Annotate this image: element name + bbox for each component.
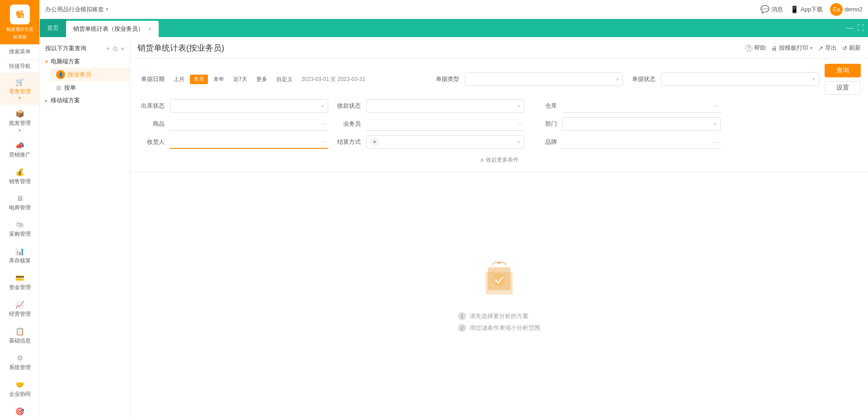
salesperson-dots[interactable]: ··· [517, 120, 523, 128]
filter-row-4: 收货人 ··· 结算方式 × ▾ 品牌 [137, 135, 861, 149]
document-status-select[interactable]: ▾ [661, 72, 819, 86]
account-dropdown[interactable]: 办公用品行业模拟账套 ▾ [45, 5, 108, 14]
salesperson-badge: 👤 [56, 70, 65, 79]
date-btn-last-month[interactable]: 上月 [170, 75, 188, 84]
brand-label: 品牌 [530, 138, 557, 146]
date-btn-more[interactable]: 更多 [253, 75, 271, 84]
tree-mobile-section[interactable]: ▸ 移动端方案 [40, 94, 130, 107]
sidebar-item-newuser[interactable]: 🎯 新手引导 [0, 403, 39, 418]
sidebar-item-purchase[interactable]: 🛍 采购管理 [0, 216, 39, 242]
sales-icon: 💰 [15, 168, 24, 176]
tree-item-order[interactable]: ⊞ 按单 [51, 81, 130, 94]
filter-row-3: 商品 ··· 业务员 ··· 部门 ▾ [137, 117, 861, 131]
help-btn[interactable]: ? 帮助 [745, 44, 766, 52]
help-label: 帮助 [754, 44, 766, 52]
right-content: 销货单统计表(按业务员) ? 帮助 🖨 按模板打印 ▾ ↗ 导出 [130, 37, 868, 418]
tab-home[interactable]: 首页 [40, 19, 66, 37]
settlement-tag: × [370, 138, 379, 146]
outbound-chevron: ▾ [321, 103, 324, 109]
payment-chevron: ▾ [518, 103, 520, 109]
collapse-btn[interactable]: ∧ 收起更多条件 [137, 153, 861, 166]
settings-btn[interactable]: 设置 [825, 81, 861, 95]
step-2-num: 2 [458, 324, 466, 332]
empty-illustration [476, 258, 522, 305]
user-profile[interactable]: Ea demo2 [830, 3, 863, 16]
query-btn[interactable]: 查询 [825, 64, 861, 77]
date-label: 单据日期 [137, 75, 165, 83]
empty-steps: 1 请先选择要分析的方案 2 用过滤条件来缩小分析范围 [458, 312, 540, 332]
sidebar-search[interactable]: 搜索菜单 [0, 44, 39, 60]
department-label: 部门 [530, 120, 557, 128]
sidebar-item-sales[interactable]: 💰 销售管理 [0, 163, 39, 190]
print-btn[interactable]: 🖨 按模板打印 ▾ [771, 44, 813, 52]
collapse-panel-btn[interactable]: « [121, 45, 124, 52]
tabbar: 首页 销货单统计表（按业务员） × — ⛶ [40, 19, 868, 37]
page-header: 销货单统计表(按业务员) ? 帮助 🖨 按模板打印 ▾ ↗ 导出 [130, 37, 868, 58]
sidebar-item-finance[interactable]: 💳 资金管理 [0, 269, 39, 296]
document-status-chevron: ▾ [812, 76, 815, 82]
sidebar-item-inventory[interactable]: 📊 库存核算 [0, 242, 39, 269]
purchase-icon: 🛍 [16, 221, 24, 229]
date-group: 上月 本月 本年 近7天 更多 自定义 2023-03-01 至 2023-03… [170, 75, 427, 84]
print-chevron-icon: ▾ [810, 45, 813, 51]
refresh-icon: ↺ [842, 45, 847, 52]
tree-item-salesperson[interactable]: 👤 按业务员 [51, 68, 130, 81]
department-select[interactable]: ▾ [562, 117, 721, 131]
svg-point-2 [493, 274, 505, 286]
sidebar-item-enterprise[interactable]: 🤝 企业协同 [0, 376, 39, 403]
app-name: 畅捷通好生意 [6, 26, 33, 32]
operations-icon: 📈 [15, 300, 24, 309]
add-scheme-btn[interactable]: + [106, 45, 110, 52]
date-btn-this-year[interactable]: 本年 [210, 75, 228, 84]
product-dots[interactable]: ··· [321, 120, 326, 128]
payment-select[interactable]: ▾ [366, 99, 524, 113]
sidebar-item-wholesale[interactable]: 📦 批发管理 ▴ [0, 105, 39, 137]
date-btn-this-month[interactable]: 本月 [190, 75, 208, 84]
print-label: 按模板打印 [779, 44, 808, 52]
page-header-actions: ? 帮助 🖨 按模板打印 ▾ ↗ 导出 ↺ 刷新 [745, 44, 861, 52]
department-chevron: ▾ [714, 121, 717, 127]
sidebar-quick-nav[interactable]: 快捷导航 [0, 60, 39, 73]
phone-icon: 📱 [790, 5, 799, 14]
settlement-select[interactable]: × ▾ [366, 135, 524, 149]
sidebar-item-marketing[interactable]: 📣 营销推广 [0, 137, 39, 163]
order-label: 按单 [64, 84, 76, 92]
date-btn-custom[interactable]: 自定义 [273, 75, 296, 84]
avatar: Ea [830, 3, 843, 16]
warehouse-dots[interactable]: ··· [713, 102, 719, 109]
export-btn[interactable]: ↗ 导出 [818, 44, 837, 52]
tree-pc-section[interactable]: ▾ 电脑端方案 [40, 55, 130, 68]
page-title: 销货单统计表(按业务员) [137, 43, 224, 53]
sidebar-item-ecommerce[interactable]: 🖥 电商管理 [0, 190, 39, 216]
settings-scheme-btn[interactable]: ⊙ [113, 45, 118, 52]
recipient-dots[interactable]: ··· [321, 138, 326, 145]
account-name: 办公用品行业模拟账套 [45, 5, 104, 14]
recipient-label: 收货人 [137, 138, 165, 146]
sidebar-item-retail[interactable]: 🛒 零售管理 ▾ [0, 73, 39, 105]
date-btn-7days[interactable]: 近7天 [230, 75, 251, 84]
product-label: 商品 [137, 120, 165, 128]
tab-sales-stats[interactable]: 销货单统计表（按业务员） × [66, 21, 159, 37]
brand-dots[interactable]: ··· [713, 138, 719, 146]
sidebar-item-basics[interactable]: 📋 基础信息 [0, 323, 39, 349]
filter-area: 单据日期 上月 本月 本年 近7天 更多 自定义 2023-03-01 至 20… [130, 58, 868, 172]
sidebar-item-system[interactable]: ⚙ 系统管理 [0, 349, 39, 376]
sidebar-item-operations[interactable]: 📈 经营管理 [0, 296, 39, 323]
app-download-btn[interactable]: 📱 App下载 [790, 5, 823, 14]
tab-maximize-btn[interactable]: ⛶ [857, 24, 864, 32]
tabbar-actions: — ⛶ [846, 24, 868, 32]
home-tab-label: 首页 [47, 24, 59, 32]
app-logo[interactable]: 畅 畅捷通好生意 标准版 [0, 0, 39, 44]
refresh-btn[interactable]: ↺ 刷新 [842, 44, 861, 52]
marketing-icon: 📣 [15, 141, 24, 150]
outbound-select[interactable]: ▾ [170, 99, 328, 113]
finance-icon: 💳 [15, 274, 24, 282]
salesperson-label: 业务员 [334, 120, 361, 128]
message-btn[interactable]: 💬 消息 [760, 5, 783, 14]
tree-expand-icon: ▾ [45, 59, 48, 65]
document-type-select[interactable]: ▾ [465, 72, 623, 86]
chevron-up-icon: ∧ [480, 157, 484, 163]
tab-minimize-btn[interactable]: — [846, 24, 854, 32]
document-status-label: 单据状态 [628, 75, 656, 83]
tab-close-icon[interactable]: × [148, 26, 151, 32]
